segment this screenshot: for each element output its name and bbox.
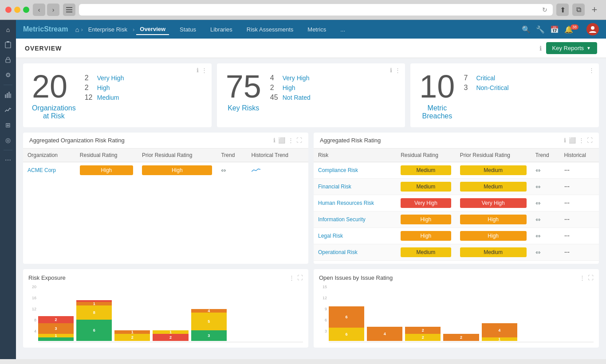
orgs-high-label[interactable]: High	[97, 84, 110, 91]
reload-icon[interactable]: ↻	[542, 6, 547, 13]
breaches-critical-label[interactable]: Critical	[476, 74, 495, 82]
nav-overview[interactable]: Overview	[136, 24, 169, 35]
user-avatar[interactable]	[586, 23, 599, 35]
tools-icon[interactable]: 🔧	[536, 25, 545, 34]
org-trend-cell: ⇔	[216, 162, 247, 179]
notifications-icon[interactable]: 🔔38	[564, 25, 581, 34]
risk-exposure-y-axis: 20 16 12 8 4	[28, 285, 37, 333]
risk-exposure-title: Risk Exposure	[28, 274, 66, 281]
bar-seg-apr-red: 2	[153, 334, 188, 341]
sidebar-icon-more[interactable]: ⋯	[2, 154, 14, 166]
hr-hist-cell: ⋯	[560, 195, 599, 211]
new-tab-button[interactable]: +	[588, 4, 601, 16]
agg-table-export-icon[interactable]: ⬜	[569, 137, 576, 144]
breaches-menu-icon[interactable]: ⋮	[589, 67, 594, 74]
operational-risk-link[interactable]: Operational Risk	[318, 249, 358, 255]
nav-enterprise-risk[interactable]: Enterprise Risk	[85, 24, 131, 35]
legal-residual-cell: High	[396, 228, 455, 244]
sidebar-icon-gear[interactable]: ⚙	[2, 69, 14, 81]
financial-risk-link[interactable]: Financial Risk	[318, 184, 351, 190]
agg-table-info-icon[interactable]: ℹ	[564, 137, 566, 144]
browser-actions: ⬆ ⧉ +	[556, 4, 601, 16]
url-bar[interactable]: ↻	[79, 4, 553, 16]
sidebar-icon-chart[interactable]	[2, 89, 14, 101]
agg-table-scroll[interactable]: Risk Residual Rating Prior Residual Rati…	[314, 149, 599, 264]
y-label-8: 8	[28, 318, 37, 322]
back-button[interactable]: ‹	[33, 4, 45, 16]
risks-high-label[interactable]: High	[283, 84, 295, 91]
org-table-info-icon[interactable]: ℹ	[273, 137, 275, 144]
sidebar-divider-1	[4, 85, 12, 85]
agg-risk-table-card: Aggregated Risk Rating ℹ ⬜ ⋮ ⛶	[314, 133, 599, 264]
orgs-medium-label[interactable]: Medium	[97, 94, 119, 101]
risks-menu-icon[interactable]: ⋮	[395, 67, 401, 74]
search-icon[interactable]: 🔍	[522, 25, 531, 34]
orgs-info-icon[interactable]: ℹ	[197, 67, 199, 74]
org-col-header-prior: Prior Residual Rating	[138, 149, 217, 162]
nav-breadcrumb: ⌂ › Enterprise Risk › Overview	[75, 24, 169, 35]
orgs-menu-icon[interactable]: ⋮	[201, 67, 207, 74]
nav-status[interactable]: Status	[176, 24, 200, 35]
oi-bar-stack-may: 1 4	[482, 323, 517, 341]
calendar-icon[interactable]: 📅	[550, 25, 559, 34]
oi-bar-seg-may-orange: 4	[482, 323, 517, 337]
minimize-button[interactable]	[14, 7, 20, 13]
acme-corp-link[interactable]: ACME Corp	[28, 167, 56, 173]
org-table-title: Aggregated Organization Risk Rating	[29, 137, 125, 144]
page-info-icon[interactable]: ℹ	[539, 45, 542, 52]
legal-risk-link[interactable]: Legal Risk	[318, 233, 343, 239]
hr-risk-link[interactable]: Human Resources Risk	[318, 200, 374, 206]
key-reports-button[interactable]: Key Reports ▼	[546, 42, 597, 54]
nav-metrics[interactable]: Metrics	[304, 24, 330, 35]
org-table-expand-icon[interactable]: ⛶	[296, 137, 302, 144]
oi-bar-seg-jan-yellow: 6	[329, 328, 364, 341]
share-button[interactable]: ⬆	[556, 4, 569, 16]
nav-libraries[interactable]: Libraries	[207, 24, 236, 35]
agg-col-trend: Trend	[531, 149, 560, 162]
sidebar-toggle-button[interactable]	[63, 4, 75, 16]
sidebar-divider-2	[4, 150, 12, 150]
orgs-very-high-label[interactable]: Very High	[97, 74, 124, 82]
agg-table-expand-icon[interactable]: ⛶	[587, 137, 593, 144]
open-issues-menu-icon[interactable]: ⋮	[579, 274, 585, 281]
breaches-non-critical-count: 3	[464, 84, 472, 92]
nav-more[interactable]: ...	[337, 24, 349, 35]
compliance-risk-link[interactable]: Compliance Risk	[318, 167, 358, 173]
breaches-non-critical-label[interactable]: Non-Critical	[476, 84, 508, 91]
open-issues-expand-icon[interactable]: ⛶	[588, 274, 594, 281]
sidebar-icon-grid[interactable]: ⊞	[2, 119, 14, 131]
operational-trend-icon: ⇔	[535, 249, 541, 256]
bar-seg-may-yellow: 5	[191, 313, 227, 330]
sidebar-icon-lock[interactable]	[2, 54, 14, 66]
risks-not-rated-label[interactable]: Not Rated	[283, 94, 311, 101]
open-issues-bars: 6 6 4	[329, 285, 594, 342]
compliance-hist-icon: ⋯	[564, 167, 570, 173]
infosec-risk-link[interactable]: Information Security	[318, 216, 366, 223]
risk-exposure-expand-icon[interactable]: ⛶	[297, 274, 303, 281]
org-table-menu-icon[interactable]: ⋮	[288, 137, 294, 144]
svg-rect-6	[5, 94, 6, 98]
risks-very-high-label[interactable]: Very High	[283, 74, 310, 82]
risks-info-icon[interactable]: ℹ	[390, 67, 392, 74]
org-table-export-icon[interactable]: ⬜	[278, 137, 285, 144]
maximize-button[interactable]	[23, 7, 29, 13]
risk-exposure-menu-icon[interactable]: ⋮	[289, 274, 295, 281]
agg-table-menu-icon[interactable]: ⋮	[578, 137, 584, 144]
forward-button[interactable]: ›	[47, 4, 59, 16]
financial-prior-badge: Medium	[460, 182, 527, 192]
home-nav-icon[interactable]: ⌂	[75, 26, 79, 33]
operational-hist-cell: ⋯	[560, 244, 599, 261]
sidebar-icon-clipboard[interactable]	[2, 39, 14, 51]
bar-seg-may-orange: 4	[191, 309, 227, 313]
sidebar-icon-target[interactable]: ◎	[2, 134, 14, 146]
y-label-12: 12	[28, 307, 37, 311]
sidebar-icon-line-chart[interactable]	[2, 104, 14, 116]
operational-residual-cell: Medium	[396, 244, 455, 261]
org-col-header-trend: Trend	[216, 149, 247, 162]
close-button[interactable]	[5, 7, 12, 13]
orgs-high-count: 2	[85, 84, 94, 92]
nav-risk-assessments[interactable]: Risk Assessments	[243, 24, 297, 35]
operational-prior-badge: Medium	[460, 247, 527, 257]
duplicate-button[interactable]: ⧉	[572, 4, 585, 16]
sidebar-icon-home[interactable]: ⌂	[2, 23, 14, 36]
